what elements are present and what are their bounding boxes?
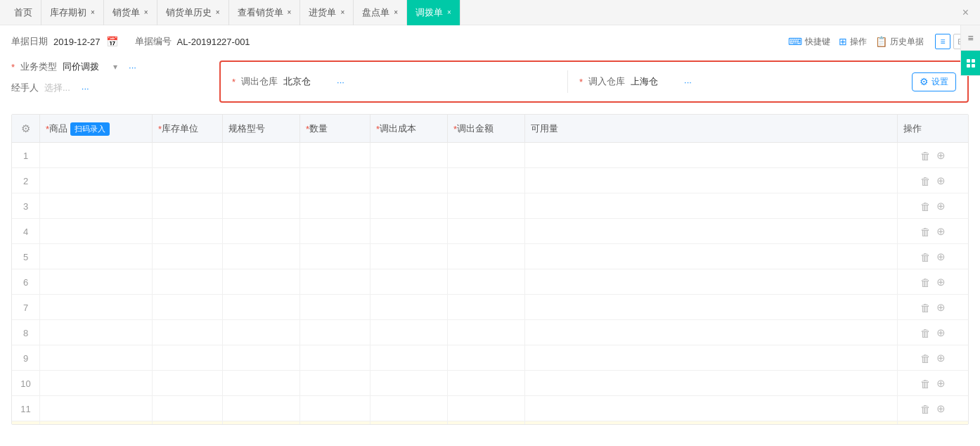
tab-sales-order-close[interactable]: ×	[144, 8, 148, 16]
cell-goods-7[interactable]	[40, 295, 153, 320]
tab-stocktake-close[interactable]: ×	[394, 8, 398, 16]
business-type-dropdown[interactable]: ▾	[113, 62, 117, 72]
cell-unit-4[interactable]	[153, 219, 223, 244]
cell-spec-4[interactable]	[223, 219, 300, 244]
cell-unit-7[interactable]	[153, 295, 223, 320]
handler-more[interactable]: ···	[82, 83, 89, 94]
cell-spec-9[interactable]	[223, 345, 300, 371]
cell-spec-11[interactable]	[223, 396, 300, 421]
cell-unit-11[interactable]	[153, 396, 223, 421]
copy-icon-3[interactable]: ⊕	[936, 200, 946, 212]
tab-transfer[interactable]: 调拨单 ×	[407, 0, 460, 25]
cell-available-9[interactable]	[525, 345, 898, 371]
cell-spec-7[interactable]	[223, 295, 300, 320]
cell-available-10[interactable]	[525, 371, 898, 396]
cell-spec-2[interactable]	[223, 168, 300, 193]
cell-qty-11[interactable]	[300, 396, 370, 421]
cell-spec-10[interactable]	[223, 371, 300, 396]
business-type-more[interactable]: ···	[129, 62, 136, 72]
cell-unit-3[interactable]	[153, 193, 223, 219]
cell-cost-1[interactable]	[370, 143, 448, 168]
cell-amount-8[interactable]	[448, 320, 525, 345]
cell-spec-8[interactable]	[223, 320, 300, 345]
copy-icon-5[interactable]: ⊕	[936, 250, 946, 263]
cell-goods-1[interactable]	[40, 143, 153, 168]
copy-icon-4[interactable]: ⊕	[936, 225, 946, 238]
calendar-icon[interactable]: 📅	[106, 36, 118, 47]
scan-btn[interactable]: 扫码录入	[70, 122, 110, 136]
cell-available-2[interactable]	[525, 168, 898, 193]
cell-qty-8[interactable]	[300, 320, 370, 345]
handler-select[interactable]: 选择...	[44, 82, 70, 94]
cell-spec-5[interactable]	[223, 244, 300, 269]
cell-available-5[interactable]	[525, 244, 898, 269]
copy-icon-6[interactable]: ⊕	[936, 276, 946, 288]
table-gear-icon[interactable]: ⚙	[21, 122, 30, 135]
cell-cost-7[interactable]	[370, 295, 448, 320]
cell-cost-5[interactable]	[370, 244, 448, 269]
cell-available-6[interactable]	[525, 269, 898, 295]
cell-cost-10[interactable]	[370, 371, 448, 396]
cell-unit-8[interactable]	[153, 320, 223, 345]
delete-icon-5[interactable]: 🗑	[920, 251, 931, 263]
cell-amount-11[interactable]	[448, 396, 525, 421]
cell-unit-10[interactable]	[153, 371, 223, 396]
cell-spec-1[interactable]	[223, 143, 300, 168]
cell-cost-9[interactable]	[370, 345, 448, 371]
delete-icon-10[interactable]: 🗑	[920, 378, 931, 390]
delete-icon-1[interactable]: 🗑	[920, 150, 931, 162]
delete-icon-6[interactable]: 🗑	[920, 276, 931, 288]
table-gear-cell[interactable]: ⚙	[12, 115, 40, 143]
cell-goods-6[interactable]	[40, 269, 153, 295]
shortcut-btn[interactable]: ⌨ 快捷键	[788, 36, 830, 48]
tab-stocktake[interactable]: 盘点单 ×	[354, 0, 407, 25]
cell-unit-2[interactable]	[153, 168, 223, 193]
tab-sales-order[interactable]: 销货单 ×	[104, 0, 157, 25]
copy-icon-1[interactable]: ⊕	[936, 149, 946, 162]
cell-qty-1[interactable]	[300, 143, 370, 168]
cell-unit-5[interactable]	[153, 244, 223, 269]
tab-inventory-init-close[interactable]: ×	[91, 8, 95, 16]
cell-unit-9[interactable]	[153, 345, 223, 371]
copy-icon-8[interactable]: ⊕	[936, 326, 946, 339]
cell-available-1[interactable]	[525, 143, 898, 168]
warehouse-in-value[interactable]: 上海仓	[631, 75, 673, 88]
cell-qty-6[interactable]	[300, 269, 370, 295]
cell-goods-11[interactable]	[40, 396, 153, 421]
cell-amount-4[interactable]	[448, 219, 525, 244]
tab-view-sales-close[interactable]: ×	[288, 8, 292, 16]
delete-icon-3[interactable]: 🗑	[920, 200, 931, 212]
tab-home[interactable]: 首页	[6, 0, 41, 25]
copy-icon-11[interactable]: ⊕	[936, 402, 946, 415]
tab-purchase-close[interactable]: ×	[340, 8, 344, 16]
cell-cost-11[interactable]	[370, 396, 448, 421]
cell-cost-6[interactable]	[370, 269, 448, 295]
cell-amount-7[interactable]	[448, 295, 525, 320]
cell-goods-2[interactable]	[40, 168, 153, 193]
delete-icon-2[interactable]: 🗑	[920, 175, 931, 187]
tab-sales-history-close[interactable]: ×	[216, 8, 220, 16]
cell-available-4[interactable]	[525, 219, 898, 244]
cell-goods-5[interactable]	[40, 244, 153, 269]
cell-cost-3[interactable]	[370, 193, 448, 219]
tab-purchase[interactable]: 进货单 ×	[300, 0, 354, 25]
warehouse-in-more[interactable]: ···	[684, 77, 692, 87]
cell-qty-5[interactable]	[300, 244, 370, 269]
sidebar-expand-icon[interactable]	[961, 51, 981, 76]
delete-icon-4[interactable]: 🗑	[920, 226, 931, 238]
cell-amount-6[interactable]	[448, 269, 525, 295]
cell-available-3[interactable]	[525, 193, 898, 219]
cell-cost-4[interactable]	[370, 219, 448, 244]
tab-sales-history[interactable]: 销货单历史 ×	[157, 0, 229, 25]
cell-qty-7[interactable]	[300, 295, 370, 320]
tab-inventory-init[interactable]: 库存期初 ×	[41, 0, 104, 25]
copy-icon-9[interactable]: ⊕	[936, 352, 946, 364]
delete-icon-9[interactable]: 🗑	[920, 352, 931, 364]
cell-qty-10[interactable]	[300, 371, 370, 396]
cell-amount-9[interactable]	[448, 345, 525, 371]
copy-icon-7[interactable]: ⊕	[936, 301, 946, 314]
cell-available-11[interactable]	[525, 396, 898, 421]
cell-goods-8[interactable]	[40, 320, 153, 345]
warehouse-out-value[interactable]: 北京仓	[283, 75, 325, 88]
cell-spec-3[interactable]	[223, 193, 300, 219]
